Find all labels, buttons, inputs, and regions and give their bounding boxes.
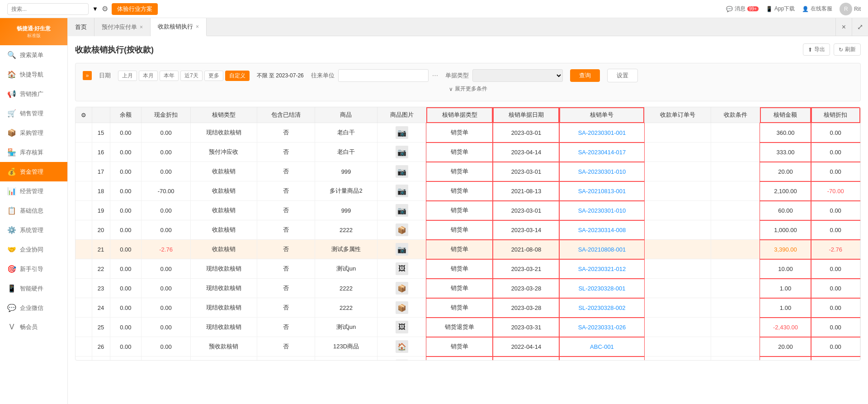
sidebar-item-mgmt[interactable]: 📊 经营管理 — [0, 181, 67, 201]
sidebar-item-marketing[interactable]: 📢 营销推广 — [0, 84, 67, 104]
this-year-btn[interactable]: 本年 — [160, 71, 179, 81]
tab-close-btn[interactable]: × — [835, 18, 852, 36]
sidebar-item-purchase[interactable]: 📦 采购管理 — [0, 123, 67, 143]
system-icon: ⚙️ — [7, 226, 16, 234]
col-verify-amount: 核销金额 — [760, 107, 811, 123]
cell-verify-bill-no[interactable]: SA-20230331-026 — [559, 318, 644, 337]
cell-verify-bill-no[interactable]: ABC-001 — [559, 337, 644, 356]
cell-verify-amount: 1.00 — [760, 279, 811, 298]
cell-verify-bill-no[interactable]: SL-20230408-001 — [559, 356, 644, 361]
service-btn[interactable]: 👤 在线客服 — [802, 5, 832, 13]
cell-verify-bill-no[interactable]: SL-20230328-002 — [559, 298, 644, 318]
this-month-btn[interactable]: 本月 — [139, 71, 158, 81]
cell-verify-bill-no[interactable]: SA-20230314-008 — [559, 220, 644, 240]
sidebar-item-wechat[interactable]: 💬 企业微信 — [0, 298, 67, 318]
cell-settings[interactable] — [75, 240, 92, 259]
cell-verify-discount: 0.00 — [811, 143, 860, 162]
cell-balance: 0.00 — [110, 259, 142, 279]
service-icon: 👤 — [802, 6, 809, 12]
cell-cash-discount: 0.00 — [142, 318, 190, 337]
logo-main: 畅捷通·好生意 — [17, 25, 51, 33]
last-7days-btn[interactable]: 近7天 — [180, 71, 203, 81]
cell-receive-order-no — [644, 201, 711, 220]
col-settings[interactable]: ⚙ — [75, 107, 92, 123]
user-area[interactable]: R Rit — [840, 3, 861, 15]
settings-icon[interactable]: ⚙ — [102, 5, 108, 13]
cell-settings[interactable] — [75, 318, 92, 337]
app-download-btn[interactable]: 📱 App下载 — [766, 5, 795, 13]
cell-settings[interactable] — [75, 298, 92, 318]
cell-settings[interactable] — [75, 259, 92, 279]
sidebar-item-basic[interactable]: 📋 基础信息 — [0, 201, 67, 220]
cell-verify-bill-type: 销货单 — [426, 143, 493, 162]
tab-expand-btn[interactable]: ⤢ — [852, 18, 868, 36]
cell-settings[interactable] — [75, 356, 92, 361]
cell-verify-bill-no[interactable]: SA-20210813-001 — [559, 181, 644, 201]
sidebar-item-corp[interactable]: 🤝 企业协同 — [0, 240, 67, 259]
cell-verify-bill-no[interactable]: SA-20230414-017 — [559, 143, 644, 162]
cell-verify-discount: -70.00 — [811, 181, 860, 201]
hardware-icon: 📱 — [7, 284, 16, 293]
filter-dots[interactable]: ··· — [432, 71, 438, 80]
settings-btn[interactable]: 设置 — [607, 69, 638, 82]
sidebar-item-quick[interactable]: 🏠 快捷导航 — [0, 65, 67, 84]
sidebar-item-hardware[interactable]: 📱 智能硬件 — [0, 279, 67, 298]
filter-toggle-btn[interactable]: » — [83, 71, 92, 80]
cell-settings[interactable] — [75, 162, 92, 181]
cell-verify-bill-no[interactable]: SA-20230301-010 — [559, 162, 644, 181]
unit-input[interactable] — [338, 69, 429, 82]
tab-home-label: 首页 — [75, 23, 87, 31]
cell-product: 测试多属性 — [315, 240, 377, 259]
col-verify-bill-no: 核销单号 — [559, 107, 644, 123]
cell-settings[interactable] — [75, 181, 92, 201]
tab-home[interactable]: 首页 — [68, 18, 94, 36]
tab-receive[interactable]: 收款核销执行 × — [151, 18, 207, 36]
bill-type-select[interactable] — [472, 69, 563, 82]
cell-verify-discount: 0.00 — [811, 123, 860, 143]
cell-settings[interactable] — [75, 143, 92, 162]
tab-prepay-close[interactable]: × — [140, 24, 143, 30]
message-btn[interactable]: 💬 消息 99+ — [726, 5, 759, 13]
expand-more-btn[interactable]: ∨ 展开更多条件 — [83, 82, 853, 95]
cell-settings[interactable] — [75, 220, 92, 240]
bill-no-link: SA-20230331-026 — [578, 324, 626, 331]
last-month-btn[interactable]: 上月 — [118, 71, 137, 81]
sidebar-item-guide[interactable]: 🎯 新手引导 — [0, 259, 67, 279]
cell-verify-bill-no[interactable]: SA-20210808-001 — [559, 240, 644, 259]
cell-verify-bill-no[interactable]: SA-20230321-012 — [559, 259, 644, 279]
cell-verify-amount: -2,430.00 — [760, 318, 811, 337]
cell-no: 17 — [92, 162, 110, 181]
cell-verify-type: 收款核销 — [190, 162, 257, 181]
query-btn[interactable]: 查询 — [570, 69, 600, 82]
top-search-input[interactable] — [7, 3, 89, 15]
cell-settings[interactable] — [75, 337, 92, 356]
tab-receive-close[interactable]: × — [196, 24, 199, 30]
sidebar-item-finance[interactable]: 💰 资金管理 — [0, 162, 67, 181]
cell-verify-type: 收款核销 — [190, 220, 257, 240]
custom-btn[interactable]: 自定义 — [225, 71, 250, 81]
dropdown-arrow[interactable]: ▼ — [92, 5, 98, 12]
cell-settings[interactable] — [75, 201, 92, 220]
cell-verify-bill-type: 销货单 — [426, 201, 493, 220]
message-icon: 💬 — [726, 6, 733, 12]
cell-settings[interactable] — [75, 123, 92, 143]
sidebar-item-sales[interactable]: 🛒 销售管理 — [0, 104, 67, 123]
sidebar-item-label: 系统管理 — [20, 226, 43, 234]
sidebar-item-system[interactable]: ⚙️ 系统管理 — [0, 220, 67, 240]
sidebar-item-search[interactable]: 🔍 搜索菜单 — [0, 45, 67, 65]
export-btn[interactable]: ⬆ 导出 — [803, 43, 830, 56]
more-btn[interactable]: 更多 — [204, 71, 223, 81]
main-layout: 畅捷通·好生意 标准版 🔍 搜索菜单 🏠 快捷导航 📢 营销推广 🛒 销售管理 … — [0, 18, 868, 404]
cell-settings[interactable] — [75, 279, 92, 298]
cell-receive-condition — [711, 259, 760, 279]
sidebar-item-member[interactable]: V 畅会员 — [0, 318, 67, 337]
bill-no-link: ABC-001 — [590, 343, 614, 350]
cell-verify-bill-no[interactable]: SA-20230301-010 — [559, 201, 644, 220]
sidebar-item-stock[interactable]: 🏪 库存核算 — [0, 143, 67, 162]
tab-prepay[interactable]: 预付冲应付单 × — [94, 18, 151, 36]
cell-included: 否 — [257, 181, 315, 201]
cell-verify-bill-no[interactable]: SA-20230301-001 — [559, 123, 644, 143]
refresh-btn[interactable]: ↻ 刷新 — [834, 43, 861, 56]
cell-verify-bill-no[interactable]: SL-20230328-001 — [559, 279, 644, 298]
solution-btn[interactable]: 体验行业方案 — [112, 3, 158, 15]
